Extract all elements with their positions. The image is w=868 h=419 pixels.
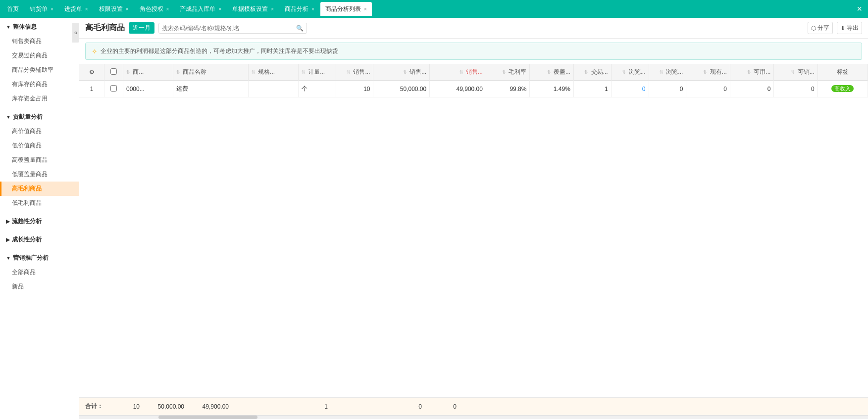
info-icon: ✧ [92,47,98,55]
search-icon[interactable]: 🔍 [296,25,304,32]
sidebar-group-trend-title[interactable]: ▶ 流趋性分析 [0,214,79,229]
close-purchase-tab[interactable]: × [85,6,88,12]
sidebar-item-high-value[interactable]: 高价值商品 [0,124,79,139]
col-header-unit[interactable]: ⇅ 计量... [298,64,336,81]
sidebar-item-category-rate[interactable]: 商品分类辅助率 [0,63,79,77]
footer-stock: 0 [390,403,425,410]
sidebar-group-marketing: ▼ 营销推广分析 全部商品 新品 [0,249,79,296]
cell-unit: 个 [298,81,336,97]
bottom-scrollbar[interactable] [79,415,868,419]
cell-spec [248,81,298,97]
col-header-name[interactable]: ⇅ 商品名称 [173,64,249,81]
sidebar-group-growth-title[interactable]: ▶ 成长性分析 [0,233,79,247]
sidebar-group-contribution: ▼ 贡献量分析 高价值商品 低价值商品 高覆盖量商品 低覆盖量商品 高毛利商品 … [0,108,79,212]
sort-icon-coverage: ⇅ [547,70,551,75]
col-header-browse1[interactable]: ⇅ 浏览... [611,64,649,81]
nav-tab-analysis-list[interactable]: 商品分析列表 × [320,2,372,16]
nav-tab-sales[interactable]: 销货单 × [25,2,58,16]
sidebar-item-high-margin[interactable]: 高毛利商品 [0,182,79,196]
col-header-avail[interactable]: ⇅ 可用... [730,64,773,81]
col-header-sellable[interactable]: ⇅ 可销... [774,64,817,81]
share-button[interactable]: ⬡ 分享 [808,22,833,34]
table-header-row: ⚙ ⇅ 商... ⇅ 商品名称 [79,64,868,81]
select-all-checkbox[interactable] [110,68,117,75]
nav-tab-purchase[interactable]: 进货单 × [59,2,93,16]
page-title: 高毛利商品 [85,23,125,33]
table-row: 1 0000... 运费 [79,81,868,97]
sidebar-item-stock-capital[interactable]: 库存资金占用 [0,92,79,106]
sidebar-group-marketing-title[interactable]: ▼ 营销推广分析 [0,251,79,265]
col-header-margin[interactable]: ⇅ 毛利率 [486,64,529,81]
sort-icon-code: ⇅ [126,70,130,75]
cell-num: 1 [79,81,104,97]
sidebar-item-low-margin[interactable]: 低毛利商品 [0,196,79,210]
col-header-tag: 标签 [817,64,868,81]
export-icon: ⬇ [840,25,845,32]
sidebar-item-traded-goods[interactable]: 交易过的商品 [0,48,79,63]
sidebar-item-sales-goods[interactable]: 销售类商品 [0,34,79,48]
group-growth-arrow: ▶ [6,237,10,242]
sidebar-collapse-btn[interactable]: « [72,23,79,43]
nav-tab-inbound[interactable]: 产成品入库单 × [175,2,226,16]
close-inbound-tab[interactable]: × [218,6,221,12]
sort-icon-sellable: ⇅ [791,70,795,75]
close-analysis-tab[interactable]: × [311,6,314,12]
sidebar-group-contribution-title[interactable]: ▼ 贡献量分析 [0,110,79,124]
sidebar-group-overall-title[interactable]: ▼ 整体信息 [0,20,79,34]
close-role-tab[interactable]: × [166,6,169,12]
cell-trade: 1 [573,81,611,97]
time-filter-button[interactable]: 近一月 [129,22,154,34]
sidebar-item-all-goods[interactable]: 全部商品 [0,265,79,279]
cell-code: 0000... [123,81,173,97]
data-table-container: ⚙ ⇅ 商... ⇅ 商品名称 [79,64,868,397]
browse1-link[interactable]: 0 [642,86,646,93]
col-header-code[interactable]: ⇅ 商... [123,64,173,81]
header-actions: ⬡ 分享 ⬇ 导出 [808,22,862,34]
sort-icon-sales-qty: ⇅ [347,70,351,75]
sidebar-item-new-goods[interactable]: 新品 [0,279,79,294]
col-header-coverage[interactable]: ⇅ 覆盖... [530,64,573,81]
nav-tab-home[interactable]: 首页 [2,2,24,16]
footer-coverage [266,403,301,410]
sort-icon-unit: ⇅ [302,70,306,75]
sort-icon-stock: ⇅ [703,70,707,75]
nav-tab-analysis[interactable]: 商品分析 × [280,2,319,16]
sidebar-group-overall: ▼ 整体信息 销售类商品 交易过的商品 商品分类辅助率 有库存的商品 库存资金占… [0,18,79,108]
sort-icon-browse1: ⇅ [622,70,626,75]
nav-tab-template[interactable]: 单据模板设置 × [227,2,279,16]
search-input[interactable] [162,25,294,32]
cell-sales-qty: 10 [336,81,373,97]
export-button[interactable]: ⬇ 导出 [837,22,862,34]
footer-avail: 0 [425,403,460,410]
col-header-sales-profit[interactable]: ⇅ 销售... [430,64,486,81]
close-sales-tab[interactable]: × [51,6,53,12]
col-header-stock[interactable]: ⇅ 现有... [686,64,730,81]
close-permission-tab[interactable]: × [126,6,129,12]
col-header-trade[interactable]: ⇅ 交易... [573,64,611,81]
sidebar-item-stocked-goods[interactable]: 有库存的商品 [0,77,79,92]
col-header-sales-qty[interactable]: ⇅ 销售... [336,64,373,81]
col-header-spec[interactable]: ⇅ 规格... [248,64,298,81]
sidebar-item-low-value[interactable]: 低价值商品 [0,139,79,153]
col-header-sales-amt[interactable]: ⇅ 销售... [373,64,430,81]
close-template-tab[interactable]: × [271,6,274,12]
row-checkbox[interactable] [110,85,117,92]
content-header: 高毛利商品 近一月 🔍 ⬡ 分享 ⬇ 导出 [79,18,868,39]
cell-name: 运费 [173,81,249,97]
nav-tab-permission[interactable]: 权限设置 × [94,2,134,16]
settings-icon[interactable]: ⚙ [89,69,95,76]
nav-tab-role[interactable]: 角色授权 × [135,2,174,16]
close-analysis-list-tab[interactable]: × [364,6,367,12]
col-header-browse2[interactable]: ⇅ 浏览... [649,64,686,81]
scrollbar-thumb[interactable] [158,416,257,419]
data-table: ⚙ ⇅ 商... ⇅ 商品名称 [79,64,868,97]
sidebar-item-low-coverage[interactable]: 低覆盖量商品 [0,167,79,182]
footer-total: 合计： 10 50,000.00 49,900.00 1 0 0 [79,397,868,415]
footer-sales-qty: 10 [113,403,143,410]
sidebar-item-high-coverage[interactable]: 高覆盖量商品 [0,153,79,167]
search-box: 🔍 [158,23,307,34]
footer-sales-amt: 50,000.00 [143,403,187,410]
cell-stock: 0 [686,81,730,97]
cell-browse1[interactable]: 0 [611,81,649,97]
close-all-tabs[interactable]: × [853,4,866,14]
